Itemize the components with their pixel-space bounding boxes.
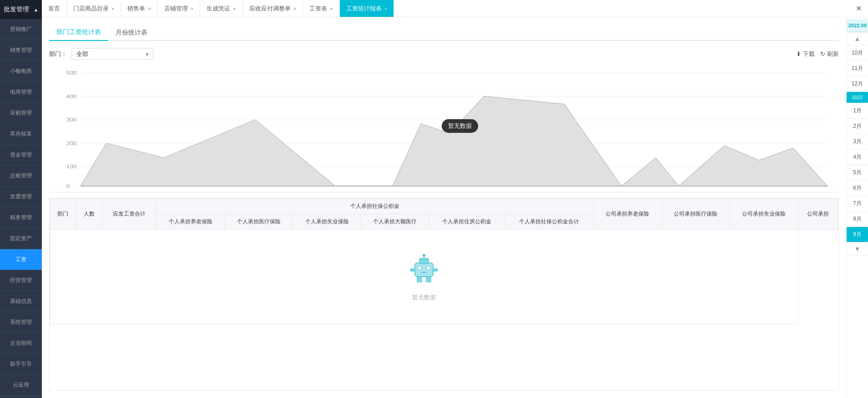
svg-point-16 [423, 254, 425, 257]
content-area: 部门工资统计表 月份统计表 部门： 全部 ⬇ 下载 [42, 17, 868, 398]
date-feb[interactable]: 2月 [847, 119, 868, 134]
sidebar-header[interactable]: 批发管理 ▲ [0, 0, 42, 19]
download-label: 下载 [803, 50, 815, 58]
date-mar[interactable]: 3月 [847, 134, 868, 150]
main-panel: 部门工资统计表 月份统计表 部门： 全部 ⬇ 下载 [42, 17, 846, 398]
svg-rect-23 [426, 277, 431, 282]
sidebar-item-14[interactable]: 系统管理 [0, 312, 42, 333]
col-personal-housing: 个人承担住房公积金 [429, 214, 504, 230]
tab-close-3[interactable]: × [191, 6, 193, 11]
settings-icon[interactable]: ⚙ [0, 396, 42, 398]
col-company-medical: 公司承担医疗保险 [661, 199, 730, 230]
date-oct[interactable]: 10月 [847, 45, 868, 61]
tab-month-stats[interactable]: 月份统计表 [108, 25, 155, 40]
tab-5[interactable]: 应收应付调整单× [243, 0, 303, 17]
date-may[interactable]: 5月 [847, 165, 868, 181]
date-jun[interactable]: 6月 [847, 181, 868, 196]
svg-rect-22 [417, 277, 422, 282]
date-nav-down[interactable]: ▼ [847, 242, 868, 256]
date-sep[interactable]: 9月 [847, 227, 868, 242]
sidebar-item-6[interactable]: 资金管理 [0, 145, 42, 166]
date-apr[interactable]: 4月 [847, 150, 868, 165]
refresh-icon: ↻ [820, 50, 825, 57]
sidebar-item-9[interactable]: 税务管理 [0, 207, 42, 228]
table-area[interactable]: 部门 人数 应发工资合计 个人承担社保公积金 公司承担养老保险 公司承担医疗保险… [49, 198, 839, 391]
tab-7[interactable]: 工资统计报表× [340, 0, 394, 17]
date-jan[interactable]: 1月 [847, 103, 868, 119]
svg-text:400: 400 [66, 93, 77, 100]
tab-close-2[interactable]: × [148, 6, 151, 11]
sidebar-item-12[interactable]: 经营管理 [0, 270, 42, 291]
tab-close-1[interactable]: × [111, 6, 114, 11]
col-personal-total: 个人承担社保公积金合计 [505, 214, 594, 230]
tab-1[interactable]: 门店商品目录× [67, 0, 121, 17]
empty-state-container: 暂无数据 [55, 233, 793, 320]
date-header[interactable]: 2022.09 [847, 19, 868, 32]
main-area: 首页门店商品目录×销售单×店铺管理×生成凭证×应收应付调整单×工资表×工资统计报… [42, 0, 868, 398]
sidebar-title: 批发管理 [4, 5, 29, 14]
tab-close-5[interactable]: × [293, 6, 296, 11]
sidebar-item-4[interactable]: 采购管理 [0, 103, 42, 124]
col-dept: 部门 [50, 199, 76, 230]
refresh-button[interactable]: ↻ 刷新 [820, 50, 839, 58]
sidebar-item-8[interactable]: 发票管理 [0, 186, 42, 207]
sidebar-item-7[interactable]: 总账管理 [0, 166, 42, 186]
date-nav-up[interactable]: ▲ [847, 32, 868, 45]
col-personal-major-medical: 个人承担大额医疗 [361, 214, 429, 230]
col-company-other: 公司承担 [798, 199, 838, 230]
sidebar-item-10[interactable]: 固定资产 [0, 228, 42, 249]
col-personal-medical: 个人承担医疗保险 [225, 214, 293, 230]
date-aug[interactable]: 8月 [847, 212, 868, 227]
tab-close-6[interactable]: × [330, 6, 333, 11]
date-jul[interactable]: 7月 [847, 196, 868, 212]
sidebar-toggle-icon: ▲ [34, 7, 38, 12]
sidebar-item-15[interactable]: 企业协同 [0, 333, 42, 354]
col-count: 人数 [76, 199, 102, 230]
toolbar-left: 部门： 全部 [49, 48, 153, 60]
svg-rect-14 [419, 258, 429, 264]
dept-select[interactable]: 全部 [71, 48, 153, 60]
tab-3[interactable]: 店铺管理× [158, 0, 200, 17]
svg-text:200: 200 [66, 140, 77, 146]
chart-area: 500 400 300 200 100 0 暂无数据 [49, 65, 839, 192]
date-nov[interactable]: 11月 [847, 61, 868, 76]
svg-rect-18 [427, 266, 430, 270]
chart-tooltip: 暂无数据 [442, 119, 478, 133]
sidebar-item-1[interactable]: 销售管理 [0, 40, 42, 61]
sidebar-item-0[interactable]: 营销推广 [0, 19, 42, 40]
col-company-unemploy: 公司承担失业保险 [730, 199, 798, 230]
col-salary: 应发工资合计 [102, 199, 156, 230]
dept-select-wrapper: 全部 [71, 48, 153, 60]
sidebar-item-17[interactable]: 云应用 [0, 375, 42, 396]
toolbar-right: ⬇ 下载 ↻ 刷新 [796, 50, 839, 58]
tab-2[interactable]: 销售单× [121, 0, 157, 17]
empty-text: 暂无数据 [412, 293, 436, 302]
sidebar-item-13[interactable]: 基础信息 [0, 291, 42, 312]
sidebar-item-11[interactable]: 工资 [0, 249, 42, 270]
date-dec[interactable]: 12月 [847, 76, 868, 92]
col-group-personal: 个人承担社保公积金 [156, 199, 594, 214]
download-button[interactable]: ⬇ 下载 [796, 50, 815, 58]
data-table: 部门 人数 应发工资合计 个人承担社保公积金 公司承担养老保险 公司承担医疗保险… [50, 198, 838, 324]
tab-0[interactable]: 首页 [42, 0, 67, 17]
dept-label: 部门： [49, 50, 67, 58]
date-year-2022[interactable]: 2022 [847, 92, 868, 103]
tab-dept-stats[interactable]: 部门工资统计表 [49, 25, 108, 41]
svg-rect-21 [433, 269, 438, 271]
sidebar-item-16[interactable]: 新手引导 [0, 354, 42, 375]
svg-rect-20 [410, 269, 415, 271]
svg-marker-12 [81, 96, 828, 186]
close-all-tabs-button[interactable]: ✕ [849, 0, 868, 17]
sidebar-item-2[interactable]: 小畅电商 [0, 61, 42, 82]
svg-text:0: 0 [66, 183, 70, 189]
tab-close-4[interactable]: × [233, 6, 236, 11]
refresh-label: 刷新 [827, 50, 839, 58]
tab-close-7[interactable]: × [384, 6, 387, 11]
sidebar-item-3[interactable]: 电商管理 [0, 82, 42, 103]
date-panel: 2022.09 ▲ 10月 11月 12月 2022 1月 2月 3月 4月 5… [846, 17, 868, 398]
svg-text:300: 300 [66, 116, 77, 123]
tab-4[interactable]: 生成凭证× [200, 0, 242, 17]
sidebar-item-5[interactable]: 库存核算 [0, 124, 42, 145]
tab-6[interactable]: 工资表× [303, 0, 339, 17]
svg-rect-13 [415, 263, 433, 277]
